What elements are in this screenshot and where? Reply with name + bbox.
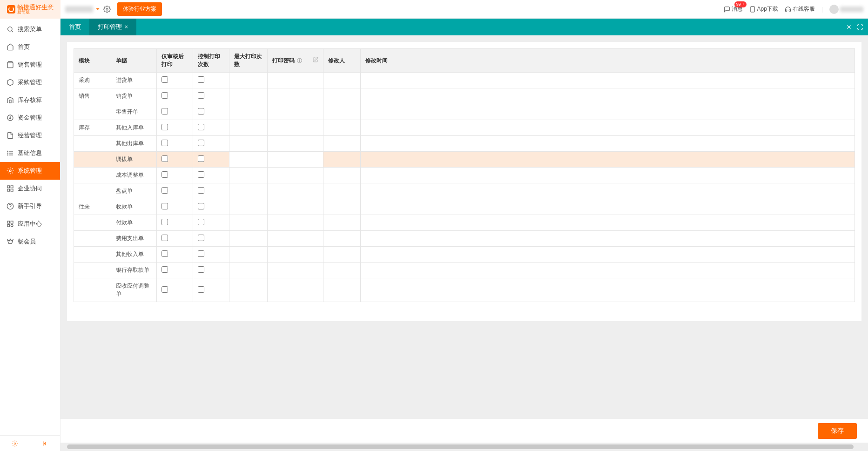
gear-icon[interactable] <box>103 6 111 13</box>
app-download-button[interactable]: App下载 <box>749 5 778 13</box>
sidebar-item-0[interactable]: 搜索菜单 <box>0 20 60 38</box>
cell-module <box>74 136 111 152</box>
audit-only-checkbox[interactable] <box>161 155 168 162</box>
control-count-checkbox[interactable] <box>198 155 204 162</box>
user-menu[interactable] <box>829 5 863 14</box>
control-count-checkbox[interactable] <box>198 235 204 241</box>
scrollbar-thumb[interactable] <box>67 444 854 449</box>
online-service-button[interactable]: 在线客服 <box>785 5 815 13</box>
sidebar-item-5[interactable]: 资金管理 <box>0 109 60 127</box>
help-icon <box>7 202 14 210</box>
sidebar-item-2[interactable]: 销售管理 <box>0 56 60 74</box>
control-count-checkbox[interactable] <box>198 92 204 99</box>
audit-only-checkbox[interactable] <box>161 286 168 293</box>
audit-only-checkbox[interactable] <box>161 235 168 241</box>
save-button[interactable]: 保存 <box>818 423 857 439</box>
cell-audit-only <box>157 183 193 199</box>
cell-audit-only <box>157 168 193 183</box>
cell-password <box>268 168 323 183</box>
column-modified-at: 修改时间 <box>361 49 855 73</box>
column-audit-only: 仅审核后打印 <box>157 49 193 73</box>
audit-only-checkbox[interactable] <box>161 171 168 178</box>
sidebar-item-9[interactable]: 企业协同 <box>0 180 60 197</box>
audit-only-checkbox[interactable] <box>161 250 168 257</box>
cell-audit-only <box>157 278 193 302</box>
audit-only-checkbox[interactable] <box>161 92 168 99</box>
sidebar-settings-button[interactable] <box>0 436 30 451</box>
fullscreen-button[interactable] <box>857 24 863 30</box>
messages-button[interactable]: 消息 99 + <box>724 5 743 13</box>
control-count-checkbox[interactable] <box>198 219 204 225</box>
sidebar-collapse-button[interactable] <box>30 436 61 451</box>
company-selector[interactable] <box>65 6 100 13</box>
sidebar-item-3[interactable]: 采购管理 <box>0 74 60 91</box>
sidebar-footer <box>0 435 60 451</box>
svg-point-23 <box>11 224 13 227</box>
control-count-checkbox[interactable] <box>198 171 204 178</box>
table-row: 其他收入单 <box>74 247 855 263</box>
table-row: 费用支出单 <box>74 231 855 247</box>
horizontal-scrollbar[interactable] <box>67 444 861 449</box>
sidebar-item-12[interactable]: 畅会员 <box>0 233 60 250</box>
cell-modified-at <box>361 104 855 120</box>
svg-rect-20 <box>7 221 10 223</box>
sidebar-list: 搜索菜单首页销售管理采购管理库存核算资金管理经营管理基础信息系统管理企业协同新手… <box>0 19 60 435</box>
settings-icon <box>7 167 14 175</box>
sidebar-item-11[interactable]: 应用中心 <box>0 215 60 233</box>
audit-only-checkbox[interactable] <box>161 76 168 83</box>
sidebar-item-label: 系统管理 <box>18 167 42 175</box>
sidebar-item-8[interactable]: 系统管理 <box>0 162 60 180</box>
sidebar-item-1[interactable]: 首页 <box>0 38 60 56</box>
audit-only-checkbox[interactable] <box>161 140 168 146</box>
svg-point-3 <box>8 27 12 31</box>
control-count-checkbox[interactable] <box>198 203 204 209</box>
svg-line-4 <box>12 31 13 32</box>
cell-password <box>268 120 323 136</box>
cell-document: 其他入库单 <box>111 120 157 136</box>
control-count-checkbox[interactable] <box>198 108 204 114</box>
cell-module <box>74 247 111 263</box>
brand-logo-icon <box>7 5 15 13</box>
control-count-checkbox[interactable] <box>198 76 204 83</box>
svg-rect-6 <box>9 100 11 103</box>
control-count-checkbox[interactable] <box>198 187 204 194</box>
cell-modifier <box>323 183 361 199</box>
sidebar-item-label: 销售管理 <box>18 61 42 69</box>
tab-close-icon[interactable]: × <box>125 24 128 30</box>
brand-title: 畅捷通好生意 <box>17 4 54 10</box>
control-count-checkbox[interactable] <box>198 124 204 130</box>
sidebar-item-label: 企业协同 <box>18 184 42 193</box>
cell-module <box>74 168 111 183</box>
tab-0[interactable]: 首页 <box>61 19 89 35</box>
audit-only-checkbox[interactable] <box>161 219 168 225</box>
sidebar-item-label: 库存核算 <box>18 96 42 104</box>
control-count-checkbox[interactable] <box>198 140 204 146</box>
audit-only-checkbox[interactable] <box>161 203 168 209</box>
cell-max-count[interactable] <box>229 152 268 168</box>
sidebar-item-10[interactable]: 新手引导 <box>0 197 60 215</box>
close-all-tabs-button[interactable] <box>846 24 852 30</box>
tab-1[interactable]: 打印管理× <box>89 19 136 35</box>
control-count-checkbox[interactable] <box>198 250 204 257</box>
sidebar-item-6[interactable]: 经营管理 <box>0 127 60 144</box>
audit-only-checkbox[interactable] <box>161 187 168 194</box>
table-row: 银行存取款单 <box>74 263 855 278</box>
sidebar-item-label: 畅会员 <box>18 237 36 246</box>
audit-only-checkbox[interactable] <box>161 124 168 130</box>
audit-only-checkbox[interactable] <box>161 266 168 273</box>
cell-password[interactable] <box>268 152 323 168</box>
vip-icon <box>7 238 14 245</box>
audit-only-checkbox[interactable] <box>161 108 168 114</box>
industry-solution-button[interactable]: 体验行业方案 <box>117 2 162 16</box>
control-count-checkbox[interactable] <box>198 286 204 293</box>
sidebar-item-7[interactable]: 基础信息 <box>0 144 60 162</box>
table-row: 盘点单 <box>74 183 855 199</box>
control-count-checkbox[interactable] <box>198 266 204 273</box>
help-icon[interactable]: ⓘ <box>297 58 302 63</box>
cell-max-count <box>229 104 268 120</box>
svg-rect-15 <box>7 186 10 188</box>
brand-logo[interactable]: 畅捷通好生意 精简版 <box>0 0 61 19</box>
gear-icon <box>12 440 18 447</box>
sidebar-item-4[interactable]: 库存核算 <box>0 91 60 109</box>
edit-icon[interactable] <box>313 57 318 62</box>
